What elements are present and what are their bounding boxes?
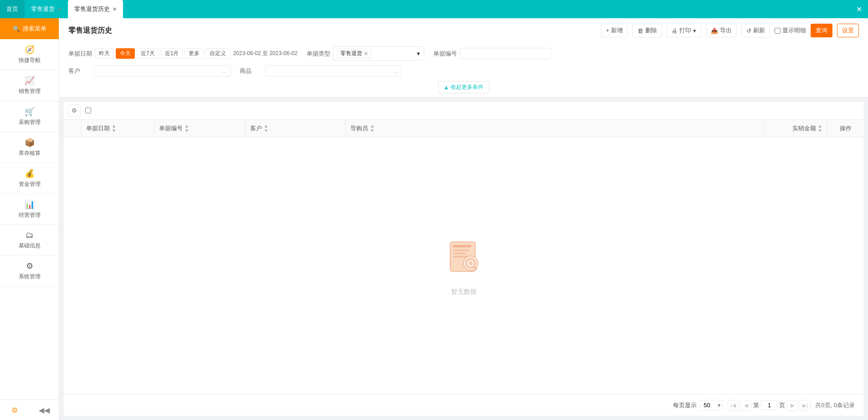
main-layout: 🔍 搜索菜单 🧭 快捷导航 📈 销售管理 🛒 采购管理 📦 库存核算 💰 资金管… — [0, 18, 868, 420]
per-page-label: 每页显示 — [673, 401, 697, 410]
customer-filter-label: 客户 — [68, 67, 91, 75]
th-amount-label: 实销金额 — [792, 124, 816, 133]
date-buttons: 昨天 今天 近7天 近1月 更多 自定义 — [95, 48, 230, 59]
filter-area: 单据日期 昨天 今天 近7天 近1月 更多 自定义 2023-06-02 至 2… — [68, 42, 859, 97]
window-close-button[interactable]: ✕ — [850, 0, 868, 18]
goods-filter: 商品 ... — [240, 65, 402, 77]
date-filter-label: 单据日期 — [68, 50, 92, 58]
sidebar-item-operations-label: 经营管理 — [19, 211, 41, 219]
sidebar-item-system-label: 系统管理 — [19, 273, 41, 281]
th-number[interactable]: 单据编号 ▲▼ — [154, 120, 246, 137]
th-date[interactable]: 单据日期 ▲▼ — [82, 120, 154, 137]
th-guide-sort-icon: ▲▼ — [370, 124, 375, 133]
page-header: 零售退货历史 + 新增 🗑 删除 🖨 打印 ▾ 📤 — [59, 18, 868, 97]
next-page-button[interactable]: ▶ — [787, 400, 798, 411]
sidebar-bottom: ⚙ ◀◀ — [0, 400, 59, 420]
sidebar-item-purchase[interactable]: 🛒 采购管理 — [0, 101, 59, 132]
tab-retail-return[interactable]: 零售退货 ✕ — [25, 0, 68, 18]
sidebar-item-operations[interactable]: 📊 经营管理 — [0, 194, 59, 225]
first-page-button[interactable]: |◀ — [728, 400, 739, 411]
th-guide[interactable]: 导购员 ▲▼ — [346, 120, 764, 137]
customer-placeholder: ... — [221, 67, 226, 74]
date-btn-custom[interactable]: 自定义 — [205, 48, 230, 59]
svg-rect-2 — [453, 250, 469, 251]
th-number-label: 单据编号 — [159, 124, 183, 133]
th-customer[interactable]: 客户 ▲▼ — [246, 120, 346, 137]
th-checkbox — [63, 120, 82, 137]
collapse-button[interactable]: ▲ 收起更多条件 — [438, 81, 490, 93]
date-range-display: 2023-06-02 至 2023-06-02 — [233, 50, 297, 57]
sidebar-item-quick-nav-label: 快捷导航 — [19, 56, 41, 64]
th-amount-sort-icon: ▲▼ — [818, 124, 822, 133]
export-button[interactable]: 📤 导出 — [706, 24, 737, 37]
page-header-top: 零售退货历史 + 新增 🗑 删除 🖨 打印 ▾ 📤 — [68, 24, 859, 37]
print-button[interactable]: 🖨 打印 ▾ — [667, 24, 701, 37]
per-page-select[interactable]: 10 20 50 100 — [699, 400, 723, 410]
doc-type-tag-label: 零售退货 — [340, 50, 362, 57]
delete-button[interactable]: 🗑 删除 — [632, 24, 662, 37]
sidebar-search[interactable]: 🔍 搜索菜单 — [0, 18, 59, 39]
query-button[interactable]: 查询 — [811, 24, 832, 37]
sidebar-item-purchase-label: 采购管理 — [19, 118, 41, 126]
tab-retail-return-close[interactable]: ✕ — [57, 6, 62, 12]
th-number-sort-icon: ▲▼ — [185, 124, 189, 133]
date-btn-7days[interactable]: 近7天 — [137, 48, 159, 59]
prev-page-button[interactable]: ◀ — [740, 400, 751, 411]
doc-type-select[interactable]: 零售退货 ✕ ▾ — [333, 46, 424, 61]
sidebar-item-finance[interactable]: 💰 资金管理 — [0, 163, 59, 194]
date-btn-yesterday[interactable]: 昨天 — [95, 48, 114, 59]
doc-type-dropdown-icon: ▾ — [417, 50, 420, 57]
sidebar-item-inventory-label: 库存核算 — [19, 149, 41, 157]
tab-retail-return-history[interactable]: 零售退货历史 ✕ — [68, 0, 123, 18]
sidebar-item-inventory[interactable]: 📦 库存核算 — [0, 132, 59, 163]
sidebar-item-sales[interactable]: 📈 销售管理 — [0, 70, 59, 101]
th-customer-label: 客户 — [250, 124, 262, 133]
sidebar-item-quick-nav[interactable]: 🧭 快捷导航 — [0, 39, 59, 70]
new-button[interactable]: + 新增 — [601, 24, 628, 37]
th-amount[interactable]: 实销金额 ▲▼ — [764, 120, 827, 137]
th-action: 操作 — [827, 120, 864, 137]
customer-input[interactable]: ... — [94, 65, 231, 77]
finance-icon: 💰 — [25, 169, 35, 179]
th-date-sort-icon: ▲▼ — [112, 124, 116, 133]
page-number-input[interactable] — [761, 400, 777, 410]
pagination-bar: 每页显示 10 20 50 100 |◀ ◀ 第 页 — [63, 394, 864, 416]
sidebar-item-baseinfo[interactable]: 🗂 基础信息 — [0, 225, 59, 256]
delete-button-label: 删除 — [645, 26, 657, 35]
refresh-button[interactable]: ↺ 刷新 — [741, 24, 770, 37]
refresh-icon: ↺ — [746, 27, 751, 34]
doc-number-label: 单据编号 — [433, 50, 457, 58]
show-detail-checkbox[interactable] — [775, 28, 781, 34]
table-settings-button[interactable]: ⚙ — [68, 104, 81, 117]
settings-button[interactable]: 设置 — [837, 24, 859, 37]
sidebar-gear-button[interactable]: ⚙ — [0, 400, 30, 420]
operations-icon: 📊 — [25, 200, 35, 210]
th-date-label: 单据日期 — [86, 124, 110, 133]
date-btn-1month[interactable]: 近1月 — [161, 48, 183, 59]
sidebar-volume-button[interactable]: ◀◀ — [30, 400, 59, 420]
collapse-up-icon: ▲ — [444, 84, 449, 91]
inventory-icon: 📦 — [25, 138, 35, 148]
main-content: 零售退货历史 + 新增 🗑 删除 🖨 打印 ▾ 📤 — [59, 18, 868, 420]
date-btn-more[interactable]: 更多 — [185, 48, 204, 59]
goods-input[interactable]: ... — [265, 65, 402, 77]
page-unit-label: 页 — [779, 401, 785, 410]
top-navigation-bar: 首页 零售退货 ✕ 零售退货历史 ✕ ✕ — [0, 0, 868, 18]
customer-filter: 客户 ... — [68, 65, 231, 77]
table-select-all-checkbox[interactable] — [85, 108, 91, 113]
last-page-button[interactable]: ▶| — [800, 400, 811, 411]
svg-point-8 — [469, 261, 473, 265]
date-btn-today[interactable]: 今天 — [116, 48, 135, 59]
sidebar-item-system[interactable]: ⚙ 系统管理 — [0, 256, 59, 287]
tab-retail-return-history-close[interactable]: ✕ — [113, 6, 117, 12]
empty-state-text: 暂无数据 — [451, 288, 477, 296]
tab-home[interactable]: 首页 — [0, 0, 25, 18]
sales-icon: 📈 — [25, 76, 35, 86]
goods-placeholder: ... — [393, 67, 398, 74]
tab-retail-return-label: 零售退货 — [31, 5, 55, 13]
sidebar-search-label: 搜索菜单 — [23, 25, 46, 33]
doc-type-tag-remove[interactable]: ✕ — [364, 51, 368, 57]
doc-number-input[interactable] — [460, 48, 551, 59]
show-detail-label: 显示明细 — [782, 26, 806, 35]
sidebar-item-baseinfo-label: 基础信息 — [19, 242, 41, 250]
